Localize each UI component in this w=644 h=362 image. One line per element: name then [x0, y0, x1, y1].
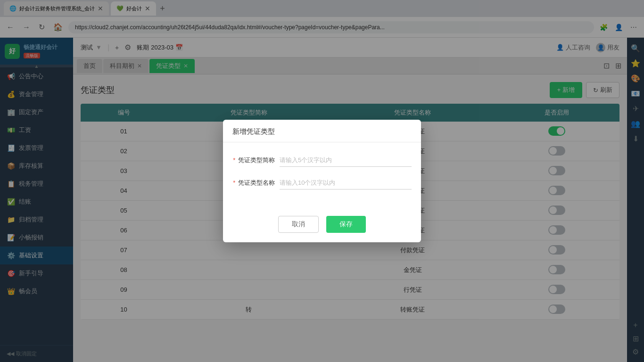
required-star-1: *	[233, 156, 235, 164]
modal-header: 新增凭证类型	[223, 120, 421, 142]
form-row-short: * 凭证类型简称	[232, 154, 412, 167]
voucher-full-name-input[interactable]	[280, 176, 412, 189]
add-voucher-type-modal: 新增凭证类型 * 凭证类型简称 * 凭证类型名称 取消	[223, 120, 421, 242]
modal-title: 新增凭证类型	[232, 127, 275, 135]
voucher-short-name-input[interactable]	[280, 154, 412, 167]
modal-footer: 取消 保存	[223, 210, 421, 242]
save-button[interactable]: 保存	[326, 216, 366, 233]
cancel-button[interactable]: 取消	[278, 216, 319, 233]
modal-body: * 凭证类型简称 * 凭证类型名称	[223, 142, 421, 210]
form-row-fullname: * 凭证类型名称	[232, 176, 412, 189]
full-name-label: * 凭证类型名称	[232, 179, 280, 187]
modal-overlay: 新增凭证类型 * 凭证类型简称 * 凭证类型名称 取消	[0, 0, 644, 362]
short-name-label: * 凭证类型简称	[232, 156, 280, 165]
required-star-2: *	[233, 179, 235, 186]
